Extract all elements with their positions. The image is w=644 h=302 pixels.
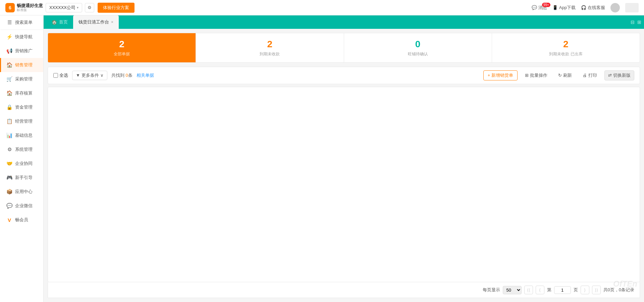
sidebar-item-purchase[interactable]: 🛒 采购管理 [0,72,43,86]
sidebar-item-app-center[interactable]: 📦 应用中心 [0,185,43,199]
sidebar-item-wechat[interactable]: 💬 企业微信 [0,199,43,213]
wechat-icon: 💬 [6,203,12,209]
found-text: 共找到 0条 [111,72,132,78]
online-service-label: 在线客服 [588,5,605,11]
header: 6 畅捷通好生意 标准版 XXXXXX公司 ▾ ⚙ 体验行业方案 💬 消息 99… [0,0,644,15]
sidebar-purchase-label: 采购管理 [15,76,33,82]
sidebar-search-label: 搜索菜单 [15,19,33,25]
total-label: 共0页，0条记录 [603,287,634,293]
message-icon: 💬 [532,5,537,10]
sidebar-item-cooperation[interactable]: 🤝 企业协同 [0,157,43,171]
related-link[interactable]: 相关单据 [137,72,154,78]
stat-label-all: 全部单据 [55,51,189,57]
sidebar-item-sales[interactable]: 🏠 销售管理 [0,58,43,72]
refresh-label: 刷新 [563,72,572,78]
cooperation-icon: 🤝 [6,161,12,167]
service-icon: 🎧 [581,5,586,10]
stat-card-overdue[interactable]: 2 到期未收款 [196,33,344,62]
company-dropdown-icon: ▾ [77,6,78,9]
tab-bar: 🏠 首页 钱货日清工作台 × ⊟ ⊞ [44,15,644,29]
sidebar-operations-label: 经营管理 [15,118,33,124]
stat-num-overdue-shipped: 2 [499,39,633,50]
sidebar-item-vip[interactable]: V 畅会员 [0,213,43,227]
sidebar-item-marketing[interactable]: 📢 营销推广 [0,44,43,58]
system-icon: ⚙ [6,146,12,153]
sidebar-item-search[interactable]: ☰ 搜索菜单 [0,15,43,30]
messages-button[interactable]: 💬 消息 99+ [532,5,547,11]
sidebar-item-guide[interactable]: 🎮 新手引导 [0,171,43,185]
sidebar-system-label: 系统管理 [15,146,33,153]
sales-icon: 🏠 [6,62,12,68]
sidebar-quick-nav-label: 快捷导航 [15,34,33,40]
main-content: 🏠 首页 钱货日清工作台 × ⊟ ⊞ 2 全部单据 2 到期未收款 0 旺铺待确 [44,15,644,302]
trial-button[interactable]: 体验行业方案 [98,3,135,13]
online-service-button[interactable]: 🎧 在线客服 [581,5,605,11]
print-icon: 🖨 [583,73,587,78]
sidebar-marketing-label: 营销推广 [15,48,33,54]
stat-card-pending[interactable]: 0 旺铺待确认 [344,33,492,62]
tab-home[interactable]: 🏠 首页 [46,15,73,29]
search-menu-icon: ☰ [6,19,12,25]
sidebar-item-finance[interactable]: 🔒 资金管理 [0,100,43,114]
table-area [48,87,640,282]
settings-button[interactable]: ⚙ [85,3,94,12]
tab-expand-icon[interactable]: ⊞ [637,19,641,25]
home-icon: 🏠 [52,20,57,25]
sidebar: ☰ 搜索菜单 ⚡ 快捷导航 📢 营销推广 🏠 销售管理 🛒 采购管理 🏠 库存核… [0,15,44,302]
filter-button[interactable]: ▼ 更多条件 ∨ [72,71,107,80]
operations-icon: 📋 [6,118,12,124]
found-num: 0 [126,73,128,78]
stat-num-all: 2 [55,39,189,50]
tab-close-icon[interactable]: × [111,20,113,24]
sidebar-sales-label: 销售管理 [15,62,33,68]
new-sale-button[interactable]: + 新增销货单 [483,70,518,80]
sidebar-item-quick-nav[interactable]: ⚡ 快捷导航 [0,30,43,44]
per-page-label: 每页显示 [483,287,500,293]
select-all-label[interactable]: 全选 [53,72,68,78]
company-name: XXXXXX公司 [49,5,75,11]
avatar[interactable] [610,3,620,12]
sidebar-basic-info-label: 基础信息 [15,132,33,138]
page-input[interactable] [554,286,571,294]
tab-workbench[interactable]: 钱货日清工作台 × [73,15,119,29]
sidebar-item-inventory[interactable]: 🏠 库存核算 [0,86,43,100]
stat-card-overdue-shipped[interactable]: 2 到期未收款 已出库 [492,33,640,62]
tab-minimize-icon[interactable]: ⊟ [631,19,635,25]
switch-version-button[interactable]: ⇄ 切换新版 [604,70,634,80]
app-download-button[interactable]: 📱 App下载 [552,5,576,11]
batch-label: 批量操作 [530,72,547,78]
guide-icon: 🎮 [6,175,12,181]
sidebar-wechat-label: 企业微信 [15,203,33,209]
sidebar-item-system[interactable]: ⚙ 系统管理 [0,142,43,157]
tab-home-label: 首页 [59,19,68,25]
last-page-button[interactable]: ⟩⟩ [592,286,601,294]
print-button[interactable]: 🖨 打印 [579,71,600,80]
next-page-button[interactable]: ⟩ [581,286,589,294]
sidebar-cooperation-label: 企业协同 [15,161,33,167]
per-page-select[interactable]: 50 10 20 100 [503,286,522,294]
stat-card-all[interactable]: 2 全部单据 [48,33,196,62]
refresh-button[interactable]: ↻ 刷新 [555,71,575,80]
tab-workbench-label: 钱货日清工作台 [78,19,109,25]
batch-icon: ⊞ [525,73,529,78]
page-unit: 页 [574,287,578,293]
stat-num-pending: 0 [351,39,485,50]
batch-button[interactable]: ⊞ 批量操作 [522,71,551,80]
company-selector[interactable]: XXXXXX公司 ▾ [46,3,82,12]
switch-label: 切换新版 [613,72,631,78]
sidebar-finance-label: 资金管理 [15,104,33,110]
sidebar-guide-label: 新手引导 [15,175,33,181]
filter-icon: ▼ [76,73,80,78]
stats-row: 2 全部单据 2 到期未收款 0 旺铺待确认 2 到期未收款 已出库 [48,33,640,63]
first-page-button[interactable]: ⟨⟨ [524,286,533,294]
stat-label-overdue: 到期未收款 [203,51,337,57]
stat-label-pending: 旺铺待确认 [351,51,485,57]
refresh-icon: ↻ [558,73,562,78]
prev-page-button[interactable]: ⟨ [536,286,544,294]
user-name-area[interactable] [625,3,639,12]
sidebar-item-basic-info[interactable]: 📊 基础信息 [0,128,43,142]
select-all-checkbox[interactable] [53,73,58,78]
print-label: 打印 [588,72,597,78]
sidebar-item-operations[interactable]: 📋 经营管理 [0,114,43,128]
page-area: 2 全部单据 2 到期未收款 0 旺铺待确认 2 到期未收款 已出库 全选 [44,29,644,302]
